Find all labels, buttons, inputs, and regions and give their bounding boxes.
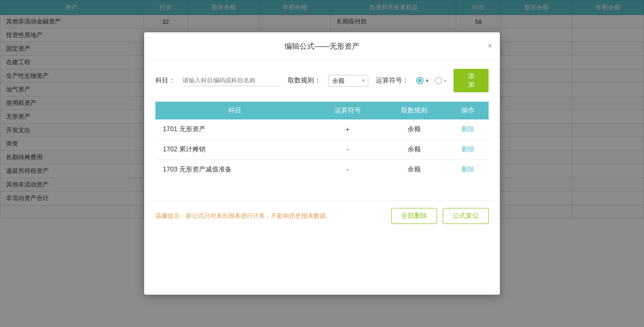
formula-action[interactable]: 删除 <box>448 119 489 140</box>
formula-operator: + <box>314 119 381 140</box>
formula-row: 1703 无形资产减值准备 - 余额 删除 <box>155 160 489 180</box>
formula-rule: 余额 <box>381 140 448 160</box>
rule-select-wrapper[interactable]: 余额借方贷方借方累计贷方累计 <box>328 75 368 87</box>
th-rule: 取数规则 <box>381 102 448 119</box>
delete-link[interactable]: 删除 <box>461 165 475 173</box>
formula-row: 1701 无形资产 + 余额 删除 <box>155 119 489 140</box>
formula-action[interactable]: 删除 <box>448 160 489 180</box>
modal-body: 科目： 取数规则： 余额借方贷方借方累计贷方累计 运算符号： + - <box>144 59 500 200</box>
radio-minus[interactable]: - <box>435 77 446 84</box>
formula-operator: - <box>314 160 381 180</box>
modal-footer: 温馨提示：新公式只对未出报表进行计算，不影响历史报表数据。 全部删除 公式复位 <box>144 200 500 233</box>
radio-minus-label: - <box>444 77 446 84</box>
operator-label: 运算符号： <box>376 76 409 85</box>
formula-action[interactable]: 删除 <box>448 140 489 160</box>
footer-buttons: 全部删除 公式复位 <box>391 208 489 224</box>
th-operator: 运算符号 <box>314 102 381 119</box>
formula-operator: - <box>314 140 381 160</box>
subject-input[interactable] <box>183 75 280 86</box>
edit-formula-modal: 编辑公式——无形资产 × 科目： 取数规则： 余额借方贷方借方累计贷方累计 运算… <box>144 32 500 295</box>
th-action: 操作 <box>448 102 489 119</box>
th-subject: 科目 <box>155 102 314 119</box>
modal-close-button[interactable]: × <box>487 42 492 50</box>
operator-radio-group: + - <box>416 77 446 84</box>
delete-link[interactable]: 删除 <box>461 145 475 153</box>
tip-text: 温馨提示：新公式只对未出报表进行计算，不影响历史报表数据。 <box>155 212 332 220</box>
formula-table: 科目 运算符号 取数规则 操作 1701 无形资产 + 余额 删除 1702 累… <box>155 102 489 179</box>
radio-plus[interactable]: + <box>416 77 429 84</box>
add-button[interactable]: 添加 <box>454 69 489 92</box>
formula-subject: 1703 无形资产减值准备 <box>155 160 314 180</box>
formula-form-row: 科目： 取数规则： 余额借方贷方借方累计贷方累计 运算符号： + - <box>155 69 489 92</box>
formula-subject: 1702 累计摊销 <box>155 140 314 160</box>
rule-select[interactable]: 余额借方贷方借方累计贷方累计 <box>328 75 368 87</box>
radio-minus-circle <box>435 77 442 84</box>
formula-subject: 1701 无形资产 <box>155 119 314 140</box>
rule-label: 取数规则： <box>288 76 321 85</box>
radio-plus-label: + <box>425 77 429 84</box>
modal-header: 编辑公式——无形资产 × <box>144 32 500 59</box>
formula-rule: 余额 <box>381 119 448 140</box>
reset-formula-button[interactable]: 公式复位 <box>443 208 489 224</box>
radio-plus-circle <box>416 77 424 84</box>
delete-link[interactable]: 删除 <box>461 125 475 133</box>
delete-all-button[interactable]: 全部删除 <box>391 208 437 224</box>
formula-rule: 余额 <box>381 160 448 180</box>
formula-table-body: 1701 无形资产 + 余额 删除 1702 累计摊销 - 余额 删除 1703… <box>155 119 489 179</box>
modal-overlay: 编辑公式——无形资产 × 科目： 取数规则： 余额借方贷方借方累计贷方累计 运算… <box>0 0 644 327</box>
modal-title: 编辑公式——无形资产 <box>285 42 359 50</box>
table-header-row: 科目 运算符号 取数规则 操作 <box>155 102 489 119</box>
formula-row: 1702 累计摊销 - 余额 删除 <box>155 140 489 160</box>
subject-label: 科目： <box>155 76 175 85</box>
